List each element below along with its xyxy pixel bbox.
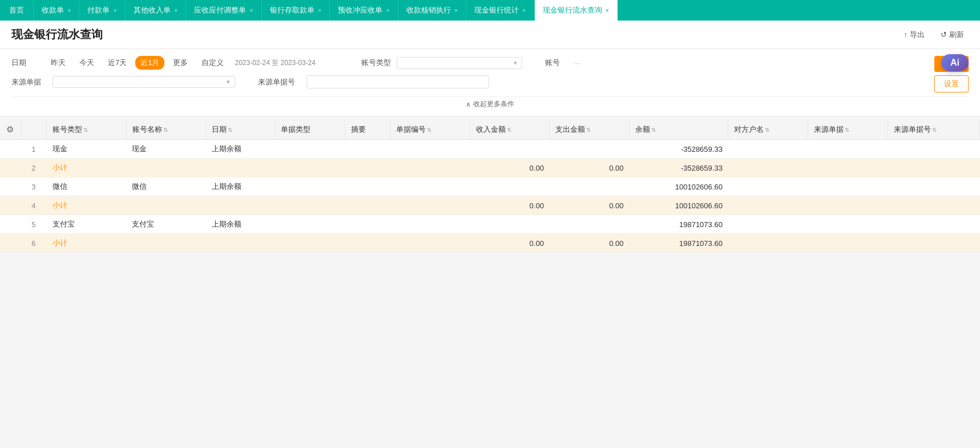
date-btn-yesterday[interactable]: 昨天 — [46, 56, 71, 70]
col-source-doc[interactable]: 来源单据⇅ — [808, 120, 888, 140]
table-row[interactable]: 6小计0.000.0019871073.60 — [0, 234, 980, 253]
table-cell — [275, 140, 345, 159]
table-cell: 小计 — [47, 196, 127, 215]
account-type-select[interactable]: ▾ — [397, 57, 522, 69]
table-cell — [888, 215, 979, 234]
col-date[interactable]: 日期⇅ — [206, 120, 275, 140]
date-btn-today[interactable]: 今天 — [74, 56, 99, 70]
table-cell — [345, 215, 390, 234]
table-cell: 支付宝 — [47, 215, 127, 234]
table-cell — [470, 177, 550, 196]
table-cell — [206, 234, 275, 253]
refresh-icon: ↺ — [941, 30, 947, 39]
nav-tab-cash-flow[interactable]: 现金银行流水查询 × — [535, 0, 618, 21]
nav-tab-adjustment[interactable]: 应收应付调整单 × — [186, 0, 261, 21]
refresh-button[interactable]: ↺ 刷新 — [936, 27, 969, 42]
close-reconcile-icon[interactable]: × — [454, 7, 458, 14]
close-adjustment-icon[interactable]: × — [249, 7, 253, 14]
settings-button[interactable]: 设置 — [934, 75, 969, 92]
table-cell — [728, 196, 808, 215]
table-cell — [345, 159, 390, 177]
account-more-btn[interactable]: ··· — [574, 59, 580, 67]
date-range-display: 2023-02-24 至 2023-03-24 — [235, 58, 315, 68]
close-cash-flow-icon[interactable]: × — [606, 7, 609, 14]
table-row[interactable]: 2小计0.000.00-3528659.33 — [0, 159, 980, 177]
table-cell — [728, 177, 808, 196]
source-doc-select[interactable]: ▾ — [53, 76, 235, 88]
collapse-bar[interactable]: ∧ 收起更多条件 — [11, 96, 969, 111]
close-payments-icon[interactable]: × — [113, 7, 116, 14]
table-cell — [390, 234, 470, 253]
sort-income-icon: ⇅ — [507, 127, 511, 133]
table-cell — [345, 177, 390, 196]
date-btn-custom[interactable]: 自定义 — [196, 56, 229, 70]
nav-tab-prepayment[interactable]: 预收冲应收单 × — [330, 0, 398, 21]
table-cell — [728, 140, 808, 159]
table-cell: 0.00 — [470, 234, 550, 253]
table-cell — [888, 234, 979, 253]
sort-source-doc-no-icon: ⇅ — [932, 127, 937, 133]
col-gear[interactable]: ⚙ — [0, 120, 21, 140]
table-cell: 0.00 — [470, 159, 550, 177]
table-cell: 微信 — [47, 177, 127, 196]
date-btn-1month[interactable]: 近1月 — [135, 56, 164, 70]
table-cell — [0, 177, 21, 196]
table-cell — [808, 177, 888, 196]
table-cell: 100102606.60 — [629, 196, 728, 215]
table-cell: 小计 — [47, 234, 127, 253]
table-cell: 2 — [21, 159, 47, 177]
col-account-type[interactable]: 账号类型⇅ — [47, 120, 127, 140]
table-cell: 0.00 — [550, 234, 630, 253]
table-cell — [808, 159, 888, 177]
close-prepayment-icon[interactable]: × — [386, 7, 389, 14]
nav-tab-receipts[interactable]: 收款单 × — [34, 0, 79, 21]
col-account-name[interactable]: 账号名称⇅ — [126, 120, 206, 140]
col-balance[interactable]: 余额⇅ — [629, 120, 728, 140]
nav-tab-payments[interactable]: 付款单 × — [79, 0, 125, 21]
collapse-icon: ∧ — [466, 100, 471, 108]
table-cell: 6 — [21, 234, 47, 253]
table-row[interactable]: 3微信微信上期余额100102606.60 — [0, 177, 980, 196]
close-other-income-icon[interactable]: × — [174, 7, 178, 14]
filter-row-source: 来源单据 ▾ 来源单据号 — [11, 75, 923, 88]
filter-area: 日期 昨天 今天 近7天 近1月 更多 自定义 2023-02-24 至 202… — [0, 49, 980, 116]
col-source-doc-no[interactable]: 来源单据号⇅ — [888, 120, 979, 140]
table-cell — [470, 215, 550, 234]
nav-home[interactable]: 首页 — [0, 0, 34, 21]
close-receipts-icon[interactable]: × — [67, 7, 71, 14]
table-cell — [888, 159, 979, 177]
nav-tab-cash-stats[interactable]: 现金银行统计 × — [466, 0, 534, 21]
source-doc-no-input[interactable] — [306, 75, 489, 88]
col-expense[interactable]: 支出金额⇅ — [550, 120, 630, 140]
close-cash-stats-icon[interactable]: × — [522, 7, 526, 14]
sort-account-type-icon: ⇅ — [83, 127, 88, 133]
top-nav: 首页 收款单 × 付款单 × 其他收入单 × 应收应付调整单 × 银行存取款单 … — [0, 0, 980, 21]
table-cell — [390, 159, 470, 177]
col-counterpart[interactable]: 对方户名⇅ — [728, 120, 808, 140]
table-row[interactable]: 1现金现金上期余额-3528659.33 — [0, 140, 980, 159]
nav-tab-other-income[interactable]: 其他收入单 × — [126, 0, 186, 21]
export-button[interactable]: ↑ 导出 — [900, 27, 930, 42]
nav-tab-reconcile[interactable]: 收款核销执行 × — [398, 0, 466, 21]
date-btn-7days[interactable]: 近7天 — [103, 56, 132, 70]
close-bank-deposit-icon[interactable]: × — [318, 7, 321, 14]
date-btn-more[interactable]: 更多 — [168, 56, 193, 70]
table-row[interactable]: 5支付宝支付宝上期余额19871073.60 — [0, 215, 980, 234]
table-cell: 19871073.60 — [629, 215, 728, 234]
table-cell: 上期余额 — [206, 215, 275, 234]
nav-tab-bank-deposit[interactable]: 银行存取款单 × — [262, 0, 330, 21]
table-cell: 0.00 — [550, 196, 630, 215]
col-doc-no[interactable]: 单据编号⇅ — [390, 120, 470, 140]
settings-gear-icon: ⚙ — [6, 124, 14, 134]
table-cell: 100102606.60 — [629, 177, 728, 196]
table-cell — [275, 159, 345, 177]
table-cell: 现金 — [47, 140, 127, 159]
table-cell: 现金 — [126, 140, 206, 159]
col-income[interactable]: 收入金额⇅ — [470, 120, 550, 140]
sort-expense-icon: ⇅ — [586, 127, 591, 133]
table-row[interactable]: 4小计0.000.00100102606.60 — [0, 196, 980, 215]
table-cell — [550, 177, 630, 196]
ai-assistant-badge[interactable]: Ai — [941, 54, 969, 71]
table-cell: 0.00 — [550, 159, 630, 177]
table-cell: 3 — [21, 177, 47, 196]
